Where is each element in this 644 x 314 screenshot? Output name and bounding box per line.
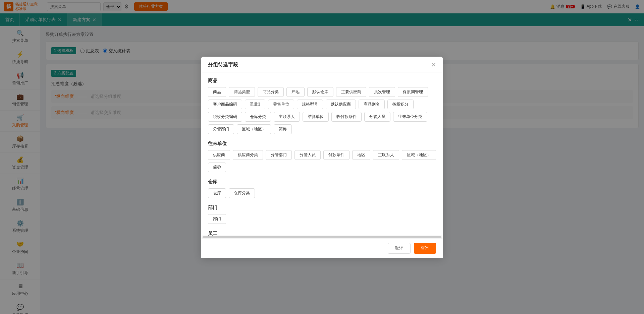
field-select-modal: 分组待选字段 ✕ 商品 商品 商品类型 商品分类 产地 默认仓库 主要供应商 批… (201, 57, 443, 258)
field-tag[interactable]: 分管人员 (364, 112, 390, 122)
field-tag[interactable]: 区域（地区） (237, 124, 271, 134)
field-tag[interactable]: 主联系人 (373, 150, 399, 160)
section-employee: 员工 业务员 (208, 231, 436, 236)
section-department-tags: 部门 (208, 214, 436, 224)
modal-hscroll-thumb (203, 236, 441, 238)
section-warehouse-tags: 仓库 仓库分类 (208, 188, 436, 198)
modal-body[interactable]: 商品 商品 商品类型 商品分类 产地 默认仓库 主要供应商 批次管理 保质期管理… (201, 72, 443, 236)
field-tag[interactable]: 分管人员 (294, 150, 321, 160)
modal-horizontal-scrollbar[interactable] (201, 236, 443, 239)
field-tag[interactable]: 简称 (274, 124, 292, 134)
field-tag[interactable]: 重量3 (245, 100, 265, 109)
field-tag[interactable]: 商品分类 (258, 87, 284, 97)
field-tag[interactable]: 产地 (286, 87, 305, 97)
field-tag[interactable]: 简称 (208, 163, 226, 172)
field-tag[interactable]: 拣货积分 (387, 100, 414, 109)
field-tag[interactable]: 部门 (208, 214, 226, 224)
section-goods: 商品 商品 商品类型 商品分类 产地 默认仓库 主要供应商 批次管理 保质期管理… (208, 78, 436, 134)
field-tag[interactable]: 仓库 (208, 188, 226, 198)
section-goods-title: 商品 (208, 78, 436, 84)
field-tag[interactable]: 付款条件 (323, 150, 350, 160)
field-tag[interactable]: 往来单位分类 (393, 112, 427, 122)
modal-footer: 取消 查询 (201, 239, 443, 258)
field-tag[interactable]: 仓库分类 (229, 188, 255, 198)
field-tag[interactable]: 区域（地区） (402, 150, 436, 160)
section-department: 部门 部门 (208, 205, 436, 224)
cancel-button[interactable]: 取消 (388, 243, 411, 254)
field-tag[interactable]: 分管部门 (266, 150, 292, 160)
field-tag[interactable]: 仓库分类 (245, 112, 271, 122)
confirm-button[interactable]: 查询 (414, 243, 436, 254)
field-tag[interactable]: 商品 (208, 87, 226, 97)
field-tag[interactable]: 收付款条件 (331, 112, 362, 122)
field-tag[interactable]: 默认仓库 (307, 87, 333, 97)
modal-overlay: 分组待选字段 ✕ 商品 商品 商品类型 商品分类 产地 默认仓库 主要供应商 批… (0, 0, 644, 314)
field-tag[interactable]: 保质期管理 (398, 87, 428, 97)
field-tag[interactable]: 税收分类编码 (208, 112, 242, 122)
field-tag[interactable]: 零售单位 (268, 100, 294, 109)
field-tag[interactable]: 客户商品编码 (208, 100, 242, 109)
field-tag[interactable]: 供应商分类 (233, 150, 263, 160)
section-employee-title: 员工 (208, 231, 436, 236)
section-counterpart-tags: 供应商 供应商分类 分管部门 分管人员 付款条件 地区 主联系人 区域（地区） … (208, 150, 436, 172)
section-department-title: 部门 (208, 205, 436, 211)
section-counterpart-title: 往来单位 (208, 141, 436, 147)
field-tag[interactable]: 地区 (352, 150, 370, 160)
field-tag[interactable]: 默认供应商 (326, 100, 356, 109)
modal-title: 分组待选字段 (208, 62, 238, 68)
field-tag[interactable]: 主联系人 (274, 112, 300, 122)
modal-header: 分组待选字段 ✕ (201, 57, 443, 72)
section-warehouse-title: 仓库 (208, 179, 436, 185)
field-tag[interactable]: 商品别名 (359, 100, 385, 109)
modal-close-btn[interactable]: ✕ (431, 61, 436, 69)
field-tag[interactable]: 商品类型 (229, 87, 255, 97)
section-counterpart: 往来单位 供应商 供应商分类 分管部门 分管人员 付款条件 地区 主联系人 区域… (208, 141, 436, 172)
field-tag[interactable]: 分管部门 (208, 124, 234, 134)
field-tag[interactable]: 规格型号 (297, 100, 323, 109)
field-tag[interactable]: 批次管理 (369, 87, 395, 97)
section-warehouse: 仓库 仓库 仓库分类 (208, 179, 436, 198)
field-tag[interactable]: 供应商 (208, 150, 230, 160)
field-tag[interactable]: 主要供应商 (336, 87, 366, 97)
field-tag[interactable]: 结算单位 (303, 112, 329, 122)
section-goods-tags: 商品 商品类型 商品分类 产地 默认仓库 主要供应商 批次管理 保质期管理 客户… (208, 87, 436, 134)
